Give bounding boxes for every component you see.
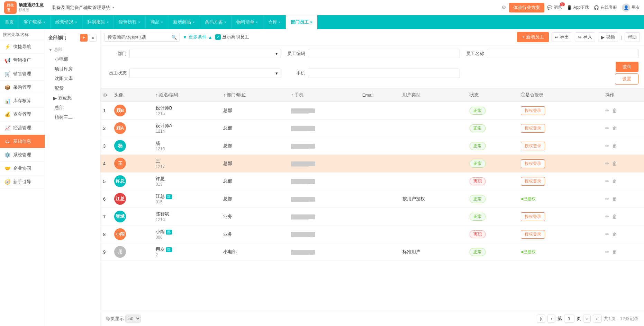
delete-btn[interactable]: 🗑 [612,214,617,219]
video-btn[interactable]: ▶ 视频 [598,32,618,42]
edit-btn[interactable]: ✏ [605,143,609,149]
message-btn[interactable]: 💬 消息 5 [547,5,562,10]
app-download-btn[interactable]: 📱 App下载 [567,5,589,10]
edit-btn[interactable]: ✏ [605,249,609,255]
close-tab-icon[interactable]: × [75,20,77,24]
show-resigned-toggle[interactable]: ✓ 显示离职员工 [215,34,249,40]
dept-add-btn[interactable]: + [80,34,88,42]
settings-icon[interactable]: ⚙ [501,4,506,11]
close-tab-icon[interactable]: × [192,20,194,24]
edit-btn[interactable]: ✏ [605,161,609,166]
system-dropdown-arrow[interactable]: ▾ [112,6,114,9]
close-tab-icon[interactable]: × [279,20,281,24]
dept-item-总部[interactable]: ▼ 总部 [45,45,100,54]
auth-login-btn[interactable]: 授权登录 [521,230,545,239]
nav-tab-经营情况[interactable]: 经营情况 × [51,15,82,29]
dept-item-沈阳大库[interactable]: 沈阳大库 [45,74,100,83]
sidebar-item-collab[interactable]: 🤝企业协同 [0,162,45,175]
close-tab-icon[interactable]: × [161,20,163,24]
sidebar-item-operation[interactable]: 📈经营管理 [0,121,45,135]
nav-tab-商品[interactable]: 商品 × [146,15,168,29]
nav-tab-首页[interactable]: 首页 [0,15,19,29]
col-phone[interactable]: ↕ 手机 [288,88,360,102]
dept-item-小电部[interactable]: 小电部 [45,54,100,64]
close-tab-icon[interactable]: × [224,20,226,24]
delete-btn[interactable]: 🗑 [612,125,617,131]
last-page-btn[interactable]: ›| [593,315,602,323]
auth-login-btn[interactable]: 授权登录 [521,142,545,150]
close-tab-icon[interactable]: × [43,20,45,24]
filter-status-select[interactable]: ▾ [129,69,281,78]
table-settings-icon[interactable]: ⚙ [103,92,107,98]
current-page[interactable]: 1 [564,315,574,323]
sidebar-item-marketing[interactable]: 📢营销推广 [0,54,45,67]
dept-item-配货[interactable]: 配货 [45,83,100,93]
delete-btn[interactable]: 🗑 [612,143,617,149]
first-page-btn[interactable]: |‹ [537,315,546,323]
nav-tab-仓库[interactable]: 仓库 × [263,15,286,29]
sidebar-item-system[interactable]: ⚙️系统管理 [0,148,45,162]
filter-empname-input[interactable] [487,49,638,58]
sidebar-item-guide[interactable]: 🧭新手引导 [0,175,45,189]
sidebar-item-basic[interactable]: 🗂基础信息 [0,135,45,148]
close-tab-icon[interactable]: × [107,20,109,24]
col-name[interactable]: ↕ 姓名/编码 [153,88,221,102]
dept-item-项目库房[interactable]: 项目库房 [45,64,100,74]
delete-btn[interactable]: 🗑 [612,249,617,255]
nav-tab-客户联络[interactable]: 客户联络 × [19,15,51,29]
edit-btn[interactable]: ✏ [605,231,609,237]
auth-login-btn[interactable]: 授权登录 [521,124,545,133]
delete-btn[interactable]: 🗑 [612,231,617,237]
sidebar-item-purchase[interactable]: 📦采购管理 [0,81,45,94]
search-input[interactable] [108,35,170,40]
delete-btn[interactable]: 🗑 [612,178,617,184]
filter-empcode-input[interactable] [308,49,460,58]
help-btn[interactable]: 帮助 [625,32,640,42]
nav-tab-部门员工[interactable]: 部门员工 × [286,15,317,29]
auth-login-btn[interactable]: 授权登录 [521,159,545,168]
close-tab-icon[interactable]: × [138,20,140,24]
add-employee-btn[interactable]: + 新增员工 [517,32,548,42]
page-size-select[interactable]: 50 [125,315,141,323]
sidebar-item-inventory[interactable]: 📊库存核算 [0,94,45,108]
dept-item-总部[interactable]: 总部 [45,103,100,113]
sidebar-item-finance[interactable]: 💰资金管理 [0,108,45,121]
trial-btn[interactable]: 体验行业方案 [509,3,544,12]
close-tab-icon[interactable]: × [310,20,312,24]
nav-tab-利润报告[interactable]: 利润报告 × [82,15,114,29]
filter-phone-input[interactable] [308,69,460,78]
set-btn[interactable]: 设置 [615,73,638,85]
col-settings[interactable]: ⚙ [100,88,111,102]
auth-login-btn[interactable]: 授权登录 [521,212,545,221]
next-page-btn[interactable]: › [583,315,591,323]
dept-item-双虎想[interactable]: ▶ 双虎想 [45,93,100,103]
delete-btn[interactable]: 🗑 [612,196,617,202]
close-tab-icon[interactable]: × [256,20,258,24]
query-btn[interactable]: 查询 [616,62,638,72]
edit-btn[interactable]: ✏ [605,178,609,184]
dept-collapse-btn[interactable]: « [89,34,97,42]
delete-btn[interactable]: 🗑 [612,161,617,166]
more-filter-btn[interactable]: ▼ 更多条件 ▲ [183,34,212,40]
edit-btn[interactable]: ✏ [605,125,609,131]
export-btn[interactable]: ↩ 导出 [552,32,572,42]
col-dept[interactable]: ↕ 部门/职位 [220,88,288,102]
filter-dept-select[interactable]: ▾ [129,49,281,58]
auth-login-btn[interactable]: 授权登录 [521,106,545,115]
nav-tab-物料清单[interactable]: 物料清单 × [232,15,263,29]
sidebar-search-input[interactable] [3,32,45,37]
nav-tab-条码方案[interactable]: 条码方案 × [200,15,232,29]
show-resigned-checkbox[interactable]: ✓ [215,34,221,40]
prev-page-btn[interactable]: ‹ [547,315,555,323]
auth-login-btn[interactable]: 授权登录 [521,177,545,186]
online-service-btn[interactable]: 🎧 在线客服 [594,5,617,10]
dept-item-植树王二[interactable]: 植树王二 [45,113,100,122]
user-menu[interactable]: 👤 用友 [622,3,640,12]
edit-btn[interactable]: ✏ [605,108,609,113]
search-icon[interactable]: 🔍 [171,35,177,40]
nav-tab-经营历程[interactable]: 经营历程 × [114,15,145,29]
edit-btn[interactable]: ✏ [605,196,609,202]
edit-btn[interactable]: ✏ [605,214,609,219]
delete-btn[interactable]: 🗑 [612,108,617,113]
nav-tab-新增商品[interactable]: 新增商品 × [168,15,200,29]
